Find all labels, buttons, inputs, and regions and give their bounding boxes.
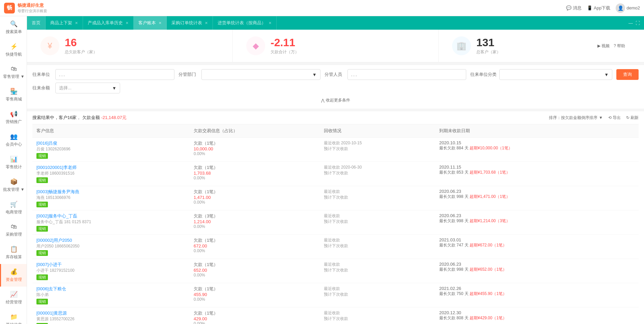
debt-customers-value: 16 bbox=[65, 37, 97, 48]
tab-close-customer-account[interactable]: ✕ bbox=[159, 21, 162, 25]
tab-purchase-order-label: 采购订单统计表 bbox=[171, 20, 202, 26]
tab-product-offline[interactable]: 商品上下架 ✕ bbox=[46, 16, 83, 30]
filter-dept-label: 分管部门 bbox=[178, 71, 199, 78]
tab-customer-account[interactable]: 客户账本 ✕ bbox=[134, 16, 167, 30]
cell-customer-2: [0003]畅捷服务尹海燕 海燕 18513066976 现销 bbox=[32, 186, 190, 210]
summary-card-2: ◆ -2.11 欠款合计（万） bbox=[233, 30, 439, 62]
export-btn[interactable]: ⟲ 导出 bbox=[608, 115, 621, 121]
filter-dept-select[interactable]: ▼ bbox=[201, 69, 320, 80]
sidebar-item-marketing[interactable]: 📢 营销推广 bbox=[0, 106, 27, 129]
overdue-amount-2[interactable]: 超期¥1,471.00（1笔） bbox=[470, 194, 510, 199]
sidebar-item-basic-info[interactable]: 📁 基础信息 bbox=[0, 309, 27, 324]
overdue-amount-0[interactable]: 超期¥10,000.00（1笔） bbox=[470, 146, 512, 150]
video-btn[interactable]: ▶ 视频 bbox=[597, 43, 610, 49]
filter-unit-category-select[interactable]: ▼ bbox=[499, 69, 612, 80]
batch-mgmt-label: 批发管理 ▼ bbox=[3, 187, 24, 193]
next-collection-7: 预计下次收款 bbox=[324, 316, 431, 322]
overdue-info-4: 最长欠款 747 天 超期¥672.00（1笔） bbox=[439, 242, 635, 248]
filter-person-select[interactable]: ... bbox=[347, 69, 467, 80]
refresh-icon: ↻ bbox=[626, 115, 629, 120]
sidebar-item-purchase[interactable]: 🛍 采购管理 bbox=[0, 219, 27, 241]
customer-name-4[interactable]: [000002]用户2050 bbox=[36, 237, 186, 243]
customer-tag-6: 现销 bbox=[36, 299, 48, 304]
table-row: [0016]吕俊 吕俊 13026203696 现销 欠款（1笔） 10,000… bbox=[32, 138, 639, 162]
retail-stats-icon: 📊 bbox=[10, 155, 18, 163]
customer-name-5[interactable]: [0007]小进干 bbox=[36, 262, 186, 268]
customer-name-0[interactable]: [0016]吕俊 bbox=[36, 140, 186, 146]
customer-name-7[interactable]: [000001]黄思源 bbox=[36, 310, 186, 316]
overdue-info-2: 最长欠款 998 天 超期¥1,471.00（1笔） bbox=[439, 194, 635, 200]
filter-person-dots: ... bbox=[351, 71, 358, 78]
sort-select[interactable]: 排序：按欠款金额倒序排序 ▼ bbox=[549, 115, 603, 121]
collapse-area: ⋀ 收起更多条件 bbox=[32, 96, 639, 105]
tab-close-product-offline[interactable]: ✕ bbox=[75, 21, 78, 25]
message-btn[interactable]: 💬 消息 bbox=[566, 5, 582, 11]
tab-inbound-stats[interactable]: 进货单统计表（按商品） ✕ bbox=[213, 16, 277, 30]
summary-actions: ▶ 视频 ? 帮助 bbox=[597, 43, 631, 49]
tab-maximize-icon[interactable]: ⛶ bbox=[636, 21, 640, 26]
overdue-amount-5[interactable]: 超期¥652.00（1笔） bbox=[470, 267, 507, 272]
recent-collection-label-6: 最近收款 bbox=[324, 286, 431, 292]
sidebar-item-batch-mgmt[interactable]: 📦 批发管理 ▼ bbox=[0, 174, 27, 197]
tab-close-purchase-order[interactable]: ✕ bbox=[205, 21, 208, 25]
sidebar-quick-nav[interactable]: ⚡ 快捷导航 bbox=[0, 39, 27, 61]
sidebar-item-retail-store[interactable]: 🏪 零售商城 bbox=[0, 84, 27, 106]
app-download-btn[interactable]: 📱 App下载 bbox=[587, 5, 610, 11]
overdue-amount-3[interactable]: 超期¥1,214.00（3笔） bbox=[470, 218, 510, 223]
help-btn[interactable]: ? 帮助 bbox=[614, 43, 625, 49]
customer-name-1[interactable]: [0001020001]李老师 bbox=[36, 165, 186, 171]
search-button[interactable]: 查询 bbox=[616, 69, 639, 80]
overdue-amount-1[interactable]: 超期¥1,703.68（1笔） bbox=[470, 170, 510, 175]
customer-phone-0: 吕俊 13026203696 bbox=[36, 146, 186, 152]
debt-customers-icon: ¥ bbox=[40, 36, 59, 55]
tab-home[interactable]: 首页 bbox=[27, 16, 46, 30]
filter-source-select[interactable]: ... bbox=[55, 69, 174, 80]
tab-close-product-history[interactable]: ✕ bbox=[125, 21, 129, 25]
customer-name-2[interactable]: [0003]畅捷服务尹海燕 bbox=[36, 189, 186, 195]
sidebar-item-finance[interactable]: 💰 资金管理 bbox=[0, 264, 27, 287]
help-label: 帮助 bbox=[617, 43, 625, 49]
tab-bar: 首页 商品上下架 ✕ 产成品入库单历史 ✕ 客户账本 ✕ 采购订单统计表 ✕ 进… bbox=[27, 16, 644, 30]
tab-purchase-order[interactable]: 采购订单统计表 ✕ bbox=[167, 16, 213, 30]
customer-name-6[interactable]: [0006]去下粮仓 bbox=[36, 286, 186, 292]
app-name: 畅捷通好生意 bbox=[18, 2, 47, 8]
collapse-button[interactable]: ⋀ 收起更多条件 bbox=[321, 96, 350, 105]
total-customers-icon: 🏢 bbox=[452, 36, 471, 55]
refresh-label: 刷新 bbox=[631, 115, 639, 121]
overdue-amount-7[interactable]: 超期¥429.00（1笔） bbox=[470, 316, 507, 320]
sidebar-item-retail-mgmt[interactable]: 🛍 零售管理 ▼ bbox=[0, 61, 27, 84]
cell-customer-5: [0007]小进干 小进干 18279152100 现销 bbox=[32, 259, 190, 283]
sidebar-item-retail-stats[interactable]: 📊 零售统计 bbox=[0, 151, 27, 174]
debt-percent-5: 0.00% bbox=[194, 273, 316, 277]
tab-product-history[interactable]: 产成品入库单历史 ✕ bbox=[83, 16, 134, 30]
recent-collection-label-2: 最近收款 bbox=[324, 189, 431, 195]
customer-phone-3: 服务中心_丁磊 181 0125 8371 bbox=[36, 219, 186, 225]
sidebar-item-member[interactable]: 👥 会员中心 bbox=[0, 129, 27, 151]
overdue-amount-4[interactable]: 超期¥672.00（1笔） bbox=[470, 243, 507, 247]
filter-balance-select[interactable]: 选择... ▼ bbox=[55, 83, 120, 93]
refresh-btn[interactable]: ↻ 刷新 bbox=[626, 115, 639, 121]
sidebar-item-ops[interactable]: 📈 经营管理 bbox=[0, 287, 27, 309]
tab-close-inbound-stats[interactable]: ✕ bbox=[269, 21, 272, 25]
next-collection-2: 预计下次收款 bbox=[324, 195, 431, 200]
tab-minimize-icon[interactable]: — bbox=[628, 21, 633, 26]
customer-name-3[interactable]: [0002]服务中心_丁磊 bbox=[36, 213, 186, 219]
result-text: 搜索结果中，客户16家， 欠款金额 -21,148.07元 bbox=[32, 115, 127, 121]
cell-debt-4: 欠款（1笔） 672.00 0.00% bbox=[190, 235, 320, 259]
cell-debt-2: 欠款（1笔） 1,471.00 0.00% bbox=[190, 186, 320, 210]
debt-percent-2: 0.00% bbox=[194, 200, 316, 205]
marketing-label: 营销推广 bbox=[6, 119, 22, 125]
user-menu[interactable]: 👤 demo2 bbox=[616, 3, 640, 13]
overdue-amount-6[interactable]: 超期¥455.90（1笔） bbox=[470, 291, 507, 296]
customer-phone-6: 陈小弟 bbox=[36, 292, 186, 298]
sidebar-item-inventory[interactable]: 📋 库存核算 bbox=[0, 241, 27, 264]
customer-phone-1: 李老师 18600391516 bbox=[36, 171, 186, 176]
debt-amount-1: 1,703.68 bbox=[194, 171, 316, 176]
summary-bar: ¥ 16 总欠款客户（家） ◆ -2.11 欠款合计（万） 🏢 bbox=[27, 30, 644, 62]
sidebar-search[interactable]: 🔍 搜索菜单 bbox=[0, 16, 27, 39]
sidebar-item-ecommerce[interactable]: 🛒 电商管理 bbox=[0, 197, 27, 219]
help-icon: ? bbox=[614, 43, 616, 48]
cell-collection-7: 最近收款 预计下次收款 bbox=[320, 307, 435, 324]
basic-info-label: 基础信息 bbox=[6, 322, 22, 324]
table-row: [0002]服务中心_丁磊 服务中心_丁磊 181 0125 8371 现销 欠… bbox=[32, 210, 639, 235]
